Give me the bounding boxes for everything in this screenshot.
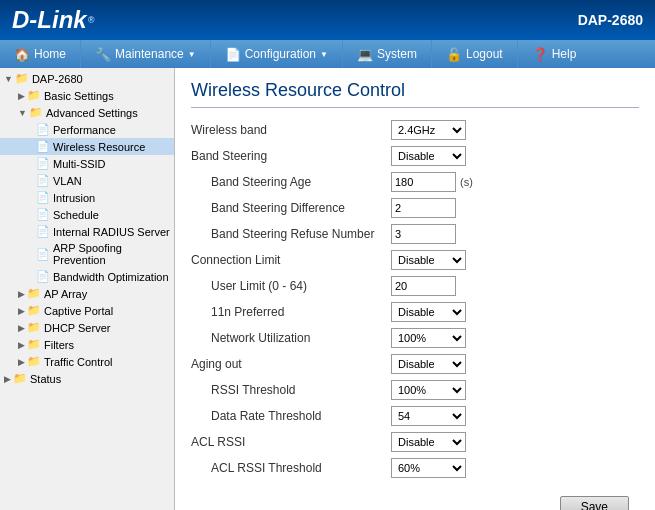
logo-trademark: ®: [88, 15, 95, 25]
page-icon-radius: 📄: [36, 225, 50, 238]
logout-icon: 🔓: [446, 47, 462, 62]
wireless-band-label: Wireless band: [191, 123, 391, 137]
sidebar-item-dap2680[interactable]: ▼ 📁 DAP-2680: [0, 70, 174, 87]
wireless-band-control: 2.4GHz 5GHz: [391, 120, 466, 140]
data-rate-select[interactable]: 54 48 36: [391, 406, 466, 426]
sidebar-item-vlan[interactable]: 📄 VLAN: [0, 172, 174, 189]
logo-text: D-Link: [12, 6, 87, 34]
nav-maintenance[interactable]: 🔧 Maintenance ▼: [81, 40, 211, 68]
sidebar-label-dap2680: DAP-2680: [32, 73, 83, 85]
save-button[interactable]: Save: [560, 496, 629, 510]
band-steering-select[interactable]: Disable Enable: [391, 146, 466, 166]
home-icon: 🏠: [14, 47, 30, 62]
band-steering-refuse-input[interactable]: [391, 224, 456, 244]
acl-rssi-threshold-label: ACL RSSI Threshold: [211, 461, 391, 475]
connection-limit-select[interactable]: Disable Enable: [391, 250, 466, 270]
nav-system[interactable]: 💻 System: [343, 40, 432, 68]
acl-rssi-threshold-select[interactable]: 60% 70% 80%: [391, 458, 466, 478]
band-steering-age-row: Band Steering Age (s): [191, 172, 639, 192]
page-title: Wireless Resource Control: [191, 80, 639, 108]
sidebar-item-multi-ssid[interactable]: 📄 Multi-SSID: [0, 155, 174, 172]
page-icon-schedule: 📄: [36, 208, 50, 221]
network-util-control: 100% 90% 80%: [391, 328, 466, 348]
sidebar-item-performance[interactable]: 📄 Performance: [0, 121, 174, 138]
sidebar-item-basic-settings[interactable]: ▶ 📁 Basic Settings: [0, 87, 174, 104]
sidebar-item-dhcp-server[interactable]: ▶ 📁 DHCP Server: [0, 319, 174, 336]
folder-icon-filters: 📁: [27, 338, 41, 351]
rssi-threshold-label: RSSI Threshold: [211, 383, 391, 397]
band-steering-control: Disable Enable: [391, 146, 466, 166]
sidebar-item-arp-spoofing[interactable]: 📄 ARP Spoofing Prevention: [0, 240, 174, 268]
acl-rssi-label: ACL RSSI: [191, 435, 391, 449]
user-limit-control: [391, 276, 456, 296]
sidebar-item-traffic-control[interactable]: ▶ 📁 Traffic Control: [0, 353, 174, 370]
sidebar-label-dhcp: DHCP Server: [44, 322, 110, 334]
configuration-arrow: ▼: [320, 50, 328, 59]
folder-icon-traffic: 📁: [27, 355, 41, 368]
sidebar-item-wireless-resource[interactable]: 📄 Wireless Resource: [0, 138, 174, 155]
save-row: Save: [191, 496, 639, 510]
acl-rssi-select[interactable]: Disable Enable: [391, 432, 466, 452]
acl-rssi-threshold-row: ACL RSSI Threshold 60% 70% 80%: [191, 458, 639, 478]
sidebar-label-status: Status: [30, 373, 61, 385]
folder-icon-ap: 📁: [27, 287, 41, 300]
preferred-11n-row: 11n Preferred Disable Enable: [191, 302, 639, 322]
folder-icon-captive: 📁: [27, 304, 41, 317]
expand-icon: ▼: [4, 74, 13, 84]
sidebar-item-captive-portal[interactable]: ▶ 📁 Captive Portal: [0, 302, 174, 319]
wireless-band-select[interactable]: 2.4GHz 5GHz: [391, 120, 466, 140]
preferred-11n-select[interactable]: Disable Enable: [391, 302, 466, 322]
data-rate-row: Data Rate Threshold 54 48 36: [191, 406, 639, 426]
acl-rssi-row: ACL RSSI Disable Enable: [191, 432, 639, 452]
expand-icon-status: ▶: [4, 374, 11, 384]
band-steering-refuse-control: [391, 224, 456, 244]
user-limit-input[interactable]: [391, 276, 456, 296]
nav-configuration[interactable]: 📄 Configuration ▼: [211, 40, 343, 68]
band-steering-row: Band Steering Disable Enable: [191, 146, 639, 166]
page-icon-intrusion: 📄: [36, 191, 50, 204]
band-steering-age-input[interactable]: [391, 172, 456, 192]
expand-icon-captive: ▶: [18, 306, 25, 316]
sidebar: ▼ 📁 DAP-2680 ▶ 📁 Basic Settings ▼ 📁 Adva…: [0, 68, 175, 510]
rssi-threshold-control: 100% 90% 80%: [391, 380, 466, 400]
band-steering-diff-label: Band Steering Difference: [211, 201, 391, 215]
aging-out-select[interactable]: Disable Enable: [391, 354, 466, 374]
data-rate-label: Data Rate Threshold: [211, 409, 391, 423]
configuration-label: Configuration: [245, 47, 316, 61]
network-util-select[interactable]: 100% 90% 80%: [391, 328, 466, 348]
page-icon-multissid: 📄: [36, 157, 50, 170]
connection-limit-control: Disable Enable: [391, 250, 466, 270]
sidebar-item-advanced-settings[interactable]: ▼ 📁 Advanced Settings: [0, 104, 174, 121]
nav-home[interactable]: 🏠 Home: [0, 40, 81, 68]
sidebar-item-bandwidth-opt[interactable]: 📄 Bandwidth Optimization: [0, 268, 174, 285]
band-steering-diff-input[interactable]: [391, 198, 456, 218]
sidebar-label-radius: Internal RADIUS Server: [53, 226, 170, 238]
logout-label: Logout: [466, 47, 503, 61]
folder-icon-dhcp: 📁: [27, 321, 41, 334]
sidebar-label-schedule: Schedule: [53, 209, 99, 221]
nav-logout[interactable]: 🔓 Logout: [432, 40, 518, 68]
system-icon: 💻: [357, 47, 373, 62]
sidebar-item-filters[interactable]: ▶ 📁 Filters: [0, 336, 174, 353]
band-steering-age-control: (s): [391, 172, 473, 192]
rssi-threshold-select[interactable]: 100% 90% 80%: [391, 380, 466, 400]
rssi-threshold-row: RSSI Threshold 100% 90% 80%: [191, 380, 639, 400]
user-limit-row: User Limit (0 - 64): [191, 276, 639, 296]
folder-icon-status: 📁: [13, 372, 27, 385]
sidebar-item-ap-array[interactable]: ▶ 📁 AP Array: [0, 285, 174, 302]
band-steering-age-unit: (s): [460, 176, 473, 188]
sidebar-item-intrusion[interactable]: 📄 Intrusion: [0, 189, 174, 206]
nav-help[interactable]: ❓ Help: [518, 40, 591, 68]
expand-icon-dhcp: ▶: [18, 323, 25, 333]
sidebar-label-ap: AP Array: [44, 288, 87, 300]
sidebar-item-internal-radius[interactable]: 📄 Internal RADIUS Server: [0, 223, 174, 240]
navbar: 🏠 Home 🔧 Maintenance ▼ 📄 Configuration ▼…: [0, 40, 655, 68]
sidebar-label-intrusion: Intrusion: [53, 192, 95, 204]
wireless-band-row: Wireless band 2.4GHz 5GHz: [191, 120, 639, 140]
sidebar-item-schedule[interactable]: 📄 Schedule: [0, 206, 174, 223]
maintenance-icon: 🔧: [95, 47, 111, 62]
sidebar-item-status[interactable]: ▶ 📁 Status: [0, 370, 174, 387]
sidebar-label-vlan: VLAN: [53, 175, 82, 187]
band-steering-refuse-label: Band Steering Refuse Number: [211, 227, 391, 241]
acl-rssi-threshold-control: 60% 70% 80%: [391, 458, 466, 478]
